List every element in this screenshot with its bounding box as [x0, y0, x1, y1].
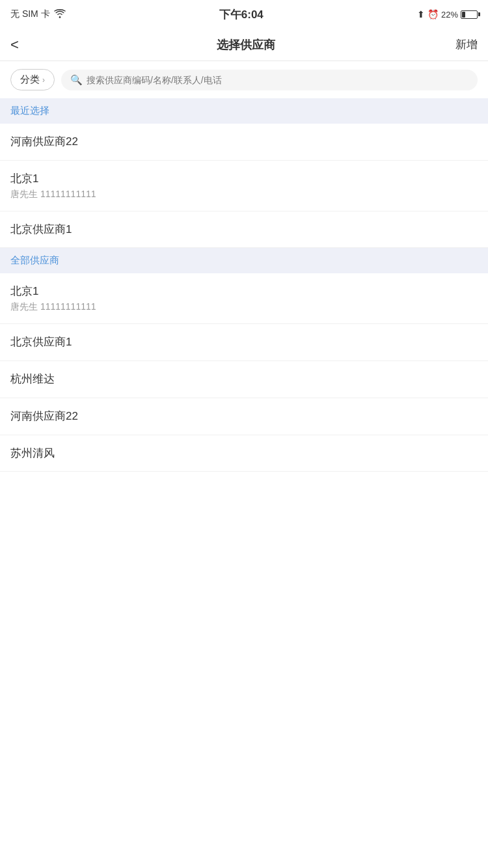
all-section-header: 全部供应商	[0, 248, 488, 273]
battery-icon	[461, 10, 478, 19]
status-left: 无 SIM 卡	[10, 8, 66, 20]
item-sub: 唐先生 11111111111	[10, 189, 478, 200]
item-name: 北京供应商1	[10, 334, 478, 350]
item-name: 河南供应商22	[10, 134, 478, 150]
status-time: 下午6:04	[219, 7, 264, 22]
category-label: 分类	[20, 74, 40, 86]
search-input[interactable]	[87, 75, 468, 85]
status-right: ⬆ ⏰ 22%	[417, 9, 478, 20]
item-name: 苏州清风	[10, 446, 478, 461]
wifi-icon	[54, 9, 66, 20]
recent-section-header: 最近选择	[0, 98, 488, 124]
all-list: 北京1唐先生 11111111111北京供应商1杭州维达河南供应商22苏州清风	[0, 273, 488, 472]
item-name: 北京1	[10, 284, 478, 299]
location-icon: ⬆	[417, 9, 425, 20]
battery-percent: 22%	[441, 10, 458, 20]
list-item[interactable]: 河南供应商22	[0, 124, 488, 161]
page-title: 选择供应商	[217, 37, 275, 53]
search-icon: 🔍	[70, 74, 83, 86]
list-item[interactable]: 北京供应商1	[0, 211, 488, 249]
item-sub: 唐先生 11111111111	[10, 301, 478, 313]
no-sim-text: 无 SIM 卡	[10, 8, 50, 20]
alarm-icon: ⏰	[427, 9, 439, 20]
item-name: 杭州维达	[10, 372, 478, 387]
filter-bar: 分类 › 🔍	[0, 61, 488, 98]
search-box[interactable]: 🔍	[61, 70, 478, 90]
recent-list: 河南供应商22北京1唐先生 11111111111北京供应商1	[0, 124, 488, 248]
list-item[interactable]: 北京供应商1	[0, 324, 488, 361]
list-item[interactable]: 北京1唐先生 11111111111	[0, 273, 488, 324]
back-button[interactable]: <	[10, 36, 36, 53]
item-name: 北京供应商1	[10, 222, 478, 237]
nav-bar: < 选择供应商 新增	[0, 29, 488, 61]
item-name: 北京1	[10, 171, 478, 187]
list-item[interactable]: 北京1唐先生 11111111111	[0, 161, 488, 211]
chevron-right-icon: ›	[42, 75, 45, 85]
list-item[interactable]: 苏州清风	[0, 435, 488, 472]
status-bar: 无 SIM 卡 下午6:04 ⬆ ⏰ 22%	[0, 0, 488, 29]
item-name: 河南供应商22	[10, 409, 478, 424]
list-item[interactable]: 河南供应商22	[0, 398, 488, 435]
add-button[interactable]: 新增	[455, 37, 478, 52]
list-item[interactable]: 杭州维达	[0, 361, 488, 398]
category-button[interactable]: 分类 ›	[10, 69, 55, 90]
